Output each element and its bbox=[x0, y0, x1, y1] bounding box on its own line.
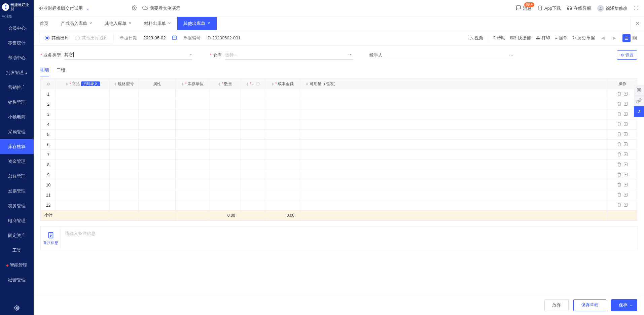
close-icon[interactable]: ✕ bbox=[89, 21, 92, 26]
close-icon[interactable]: ✕ bbox=[129, 21, 132, 26]
document-tab[interactable]: 产成品入库单✕ bbox=[55, 17, 99, 30]
next-doc-button[interactable]: ▶ bbox=[611, 35, 618, 41]
view-grid-button[interactable] bbox=[631, 34, 639, 42]
table-row[interactable]: 8 bbox=[41, 160, 637, 170]
add-row-icon[interactable] bbox=[623, 203, 628, 208]
sidebar-item[interactable]: 帮助中心 bbox=[0, 50, 34, 65]
messages-button[interactable]: 消息 99 + bbox=[516, 5, 532, 11]
col-product[interactable]: ▲▼*商品扫码录入 bbox=[56, 79, 110, 89]
document-tab[interactable]: 首页 bbox=[34, 17, 55, 30]
document-tab[interactable]: 其他入库单✕ bbox=[99, 17, 138, 30]
tab-2d[interactable]: 二维 bbox=[57, 64, 65, 76]
sidebar-item[interactable]: 采购管理 bbox=[0, 125, 34, 139]
project-settings-icon[interactable] bbox=[132, 5, 137, 11]
document-tab[interactable]: 其他出库单✕ bbox=[177, 17, 217, 30]
sidebar-item[interactable]: 税务管理 bbox=[0, 199, 34, 213]
table-row[interactable]: 3 bbox=[41, 109, 637, 119]
delete-row-icon[interactable] bbox=[617, 133, 621, 137]
save-draft-button[interactable]: 保存草稿 bbox=[573, 299, 606, 311]
delete-row-icon[interactable] bbox=[617, 183, 621, 188]
sidebar-item[interactable]: 批发管理▲ bbox=[0, 65, 34, 80]
col-attr[interactable]: 属性 bbox=[139, 79, 176, 89]
col-cost[interactable]: ▲▼*成本金额 bbox=[265, 79, 300, 89]
sidebar-item[interactable]: 智能管理 bbox=[0, 258, 34, 273]
delete-row-icon[interactable] bbox=[617, 193, 621, 198]
add-row-icon[interactable] bbox=[623, 143, 628, 147]
help-button[interactable]: ?帮助 bbox=[493, 35, 505, 41]
table-row[interactable]: 6 bbox=[41, 140, 637, 150]
delete-row-icon[interactable] bbox=[617, 92, 621, 97]
biz-type-select[interactable]: 其它 ⌄ bbox=[64, 50, 192, 60]
sidebar-item[interactable]: 库存核算 bbox=[0, 139, 34, 154]
col-settings[interactable]: ⚙ bbox=[41, 79, 56, 89]
close-icon[interactable]: ✕ bbox=[168, 21, 171, 26]
sidebar-item[interactable]: 发票管理 bbox=[0, 184, 34, 199]
add-row-icon[interactable] bbox=[623, 123, 628, 127]
warehouse-select[interactable]: 选择... ⋯ bbox=[225, 50, 353, 60]
close-icon[interactable]: ✕ bbox=[207, 21, 210, 26]
scan-button[interactable]: 扫码录入 bbox=[81, 81, 100, 86]
sidebar-item[interactable]: 会员中心 bbox=[0, 21, 34, 36]
print-button[interactable]: 🖶打印 bbox=[536, 35, 550, 41]
add-row-icon[interactable] bbox=[623, 183, 628, 188]
sidebar-item[interactable]: 总账管理 bbox=[0, 169, 34, 184]
close-all-tabs-button[interactable]: ✕ bbox=[631, 17, 644, 30]
demo-link[interactable]: 我要看实例演示 bbox=[142, 5, 180, 11]
delete-row-icon[interactable] bbox=[617, 112, 621, 117]
table-row[interactable]: 11 bbox=[41, 190, 637, 200]
handler-select[interactable]: ⋯ bbox=[386, 51, 514, 59]
float-tool-1[interactable] bbox=[634, 85, 644, 96]
fullscreen-icon[interactable] bbox=[634, 5, 639, 11]
remark-input[interactable]: 请输入备注信息 bbox=[61, 226, 637, 250]
delete-row-icon[interactable] bbox=[617, 102, 621, 107]
customer-service-button[interactable]: 在线客服 bbox=[567, 5, 591, 11]
col-avail[interactable]: ▲▼可用量（包装） bbox=[300, 79, 608, 89]
add-row-icon[interactable] bbox=[623, 173, 628, 178]
table-row[interactable]: 7 bbox=[41, 150, 637, 160]
sidebar-item[interactable]: 销售管理 bbox=[0, 95, 34, 110]
project-select[interactable]: 好业财标准版交付试用 ⌄ bbox=[39, 5, 127, 11]
sidebar-item[interactable]: 工资 bbox=[0, 243, 34, 258]
sidebar-item[interactable]: 资金管理 bbox=[0, 154, 34, 169]
video-button[interactable]: ▷视频 bbox=[470, 35, 483, 41]
sidebar-item[interactable]: 小畅电商 bbox=[0, 110, 34, 125]
discard-button[interactable]: 放弃 bbox=[544, 299, 569, 311]
sidebar-item[interactable]: 经营管理 bbox=[0, 273, 34, 287]
add-row-icon[interactable] bbox=[623, 112, 628, 117]
sidebar-item[interactable]: 零售统计 bbox=[0, 36, 34, 50]
sidebar-settings-icon[interactable] bbox=[0, 302, 34, 315]
sidebar-item[interactable]: 电商管理 bbox=[0, 213, 34, 228]
table-row[interactable]: 12 bbox=[41, 200, 637, 210]
sidebar-item[interactable]: 营销推广 bbox=[0, 80, 34, 95]
add-row-icon[interactable] bbox=[623, 133, 628, 137]
float-tool-3[interactable] bbox=[634, 106, 644, 117]
table-row[interactable]: 1 bbox=[41, 89, 637, 99]
save-button[interactable]: 保存⌄ bbox=[611, 299, 637, 311]
col-qty[interactable]: ▲▼*数量 bbox=[209, 79, 241, 89]
delete-row-icon[interactable] bbox=[617, 173, 621, 178]
add-row-icon[interactable] bbox=[623, 102, 628, 107]
delete-row-icon[interactable] bbox=[617, 123, 621, 127]
user-menu[interactable]: 徐泽华修改 bbox=[597, 5, 628, 12]
table-row[interactable]: 10 bbox=[41, 180, 637, 190]
document-tab[interactable]: 材料出库单✕ bbox=[138, 17, 177, 30]
table-row[interactable]: 2 bbox=[41, 99, 637, 109]
view-list-button[interactable] bbox=[622, 34, 631, 42]
sidebar-item[interactable]: 固定资产 bbox=[0, 228, 34, 243]
add-row-icon[interactable] bbox=[623, 92, 628, 97]
delete-row-icon[interactable] bbox=[617, 203, 621, 208]
col-spec[interactable]: ▲▼规格型号 bbox=[110, 79, 139, 89]
delete-row-icon[interactable] bbox=[617, 153, 621, 158]
form-settings-button[interactable]: ⚙ 设置 bbox=[617, 50, 637, 60]
table-row[interactable]: 9 bbox=[41, 170, 637, 180]
app-download-button[interactable]: App下载 bbox=[538, 5, 561, 11]
shortcut-button[interactable]: ⌨快捷键 bbox=[510, 35, 531, 41]
add-row-icon[interactable] bbox=[623, 153, 628, 158]
add-row-icon[interactable] bbox=[623, 163, 628, 168]
ops-button[interactable]: ≡操作 bbox=[555, 35, 568, 41]
table-row[interactable]: 4 bbox=[41, 119, 637, 130]
add-row-icon[interactable] bbox=[623, 193, 628, 198]
history-button[interactable]: ↻历史单据 bbox=[572, 35, 595, 41]
col-price[interactable]: ▲▼*...ⓘ bbox=[241, 79, 265, 89]
delete-row-icon[interactable] bbox=[617, 163, 621, 168]
